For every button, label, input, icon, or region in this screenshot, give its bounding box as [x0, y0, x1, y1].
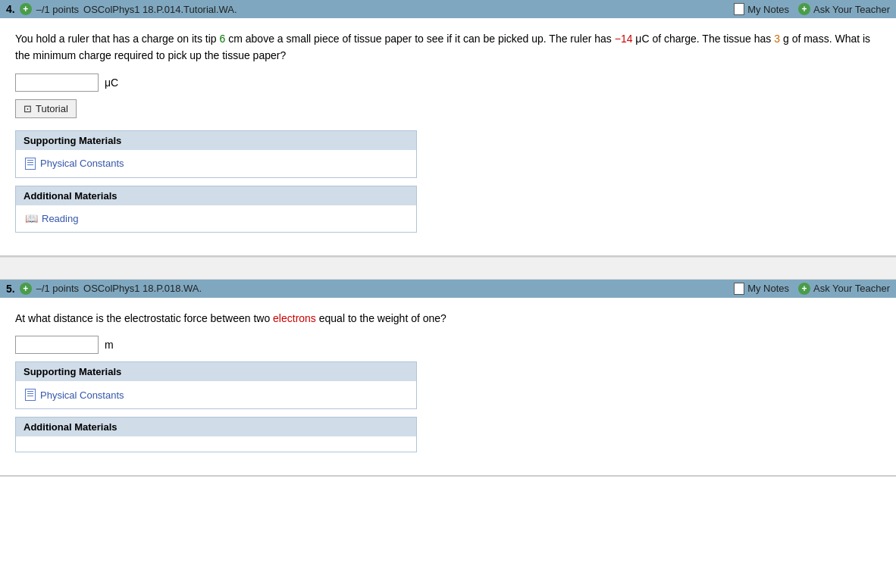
- ask-teacher-btn-5[interactable]: + Ask Your Teacher: [798, 283, 890, 295]
- tutorial-icon-4: ⊡: [23, 103, 32, 114]
- plus-icon-4[interactable]: +: [20, 3, 32, 15]
- question-5: 5. + –/1 points OSColPhys1 18.P.018.WA. …: [0, 280, 896, 477]
- note-icon-4: [734, 3, 744, 15]
- header-right-5: My Notes + Ask Your Teacher: [734, 283, 890, 295]
- my-notes-label-5: My Notes: [747, 283, 789, 294]
- course-code-4: OSColPhys1 18.P.014.Tutorial.WA.: [83, 4, 237, 15]
- question-text-5: At what distance is the electrostatic fo…: [15, 310, 881, 327]
- additional-materials-body-5: [16, 436, 416, 452]
- my-notes-btn-4[interactable]: My Notes: [734, 3, 789, 15]
- answer-row-5: m: [15, 336, 881, 354]
- answer-input-4[interactable]: [15, 74, 99, 92]
- doc-icon-4: [25, 158, 36, 170]
- physical-constants-label-4: Physical Constants: [40, 158, 124, 169]
- question-number-4: 4.: [6, 3, 15, 15]
- reading-link-4[interactable]: 📖 Reading: [25, 213, 407, 224]
- note-icon-5: [734, 283, 744, 295]
- plus-icon-5[interactable]: +: [20, 283, 32, 295]
- supporting-materials-body-5: Physical Constants: [16, 381, 416, 408]
- additional-materials-body-4: 📖 Reading: [16, 205, 416, 232]
- text-middle1-5: equal to the weight of one?: [316, 312, 446, 324]
- ask-plus-icon-4: +: [798, 3, 810, 15]
- text-middle2-4: μC of charge. The tissue has: [632, 33, 774, 45]
- physical-constants-link-5[interactable]: Physical Constants: [25, 389, 407, 401]
- reading-label-4: Reading: [42, 213, 78, 224]
- question-number-5: 5.: [6, 283, 15, 295]
- text-prefix-5: At what distance is the electrostatic fo…: [15, 312, 273, 324]
- answer-input-5[interactable]: [15, 336, 99, 354]
- physical-constants-link-4[interactable]: Physical Constants: [25, 158, 407, 170]
- value1-5: electrons: [273, 312, 316, 324]
- answer-row-4: μC: [15, 74, 881, 92]
- question-4-body: You hold a ruler that has a charge on it…: [0, 18, 896, 255]
- text-prefix-4: You hold a ruler that has a charge on it…: [15, 33, 220, 45]
- doc-icon-5: [25, 389, 36, 401]
- tutorial-btn-4[interactable]: ⊡ Tutorial: [15, 99, 77, 118]
- tutorial-label-4: Tutorial: [36, 103, 68, 114]
- question-4: 4. + –/1 points OSColPhys1 18.P.014.Tuto…: [0, 0, 896, 257]
- supporting-materials-body-4: Physical Constants: [16, 150, 416, 177]
- ask-teacher-label-5: Ask Your Teacher: [813, 283, 890, 294]
- text-middle1-4: cm above a small piece of tissue paper t…: [225, 33, 614, 45]
- question-5-header: 5. + –/1 points OSColPhys1 18.P.018.WA. …: [0, 280, 896, 298]
- value3-4: 3: [774, 33, 780, 45]
- additional-materials-5: Additional Materials: [15, 417, 417, 452]
- header-left-5: 5. + –/1 points OSColPhys1 18.P.018.WA.: [6, 283, 202, 295]
- points-5: –/1 points: [36, 283, 79, 294]
- value2-4: −14: [615, 33, 633, 45]
- physical-constants-label-5: Physical Constants: [40, 389, 124, 401]
- question-4-header: 4. + –/1 points OSColPhys1 18.P.014.Tuto…: [0, 0, 896, 18]
- header-right-4: My Notes + Ask Your Teacher: [734, 3, 890, 15]
- unit-label-5: m: [105, 339, 114, 351]
- ask-teacher-btn-4[interactable]: + Ask Your Teacher: [798, 3, 890, 15]
- supporting-materials-header-4: Supporting Materials: [16, 131, 416, 150]
- unit-label-4: μC: [105, 77, 118, 89]
- gap-between-questions: [0, 257, 896, 280]
- book-icon-4: 📖: [25, 213, 37, 224]
- question-text-4: You hold a ruler that has a charge on it…: [15, 30, 881, 64]
- supporting-materials-4: Supporting Materials Physical Constants: [15, 130, 417, 178]
- additional-materials-4: Additional Materials 📖 Reading: [15, 186, 417, 233]
- my-notes-btn-5[interactable]: My Notes: [734, 283, 789, 295]
- additional-materials-header-4: Additional Materials: [16, 186, 416, 205]
- points-4: –/1 points: [36, 4, 79, 15]
- ask-teacher-label-4: Ask Your Teacher: [813, 4, 890, 15]
- supporting-materials-header-5: Supporting Materials: [16, 362, 416, 381]
- question-5-body: At what distance is the electrostatic fo…: [0, 298, 896, 475]
- supporting-materials-5: Supporting Materials Physical Constants: [15, 361, 417, 409]
- ask-plus-icon-5: +: [798, 283, 810, 295]
- course-code-5: OSColPhys1 18.P.018.WA.: [83, 283, 202, 294]
- additional-materials-header-5: Additional Materials: [16, 418, 416, 436]
- header-left-4: 4. + –/1 points OSColPhys1 18.P.014.Tuto…: [6, 3, 237, 15]
- my-notes-label-4: My Notes: [747, 4, 789, 15]
